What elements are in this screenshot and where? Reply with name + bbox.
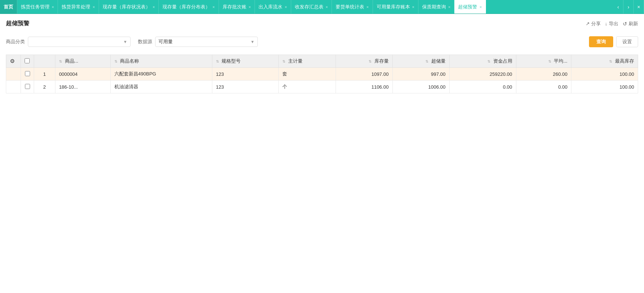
nav-home[interactable]: 首页	[0, 0, 17, 14]
sort-icon-stock: ⇅	[369, 59, 372, 63]
row-spec-1: 123	[212, 81, 279, 93]
table-header-row: ⚙ ⇅ 商品... ⇅ 商品名称 ⇅ 规格型号	[6, 55, 638, 68]
sort-icon-over: ⇅	[425, 59, 428, 63]
filter-row: 商品分类 ▼ 数据源 可用量 ▼ 查询 设置	[6, 33, 638, 50]
th-max[interactable]: ⇅ 最高库存	[571, 55, 638, 68]
tab-close-8[interactable]: ×	[412, 5, 414, 9]
top-navigation: 首页 拣货任务管理×拣货异常处理×现存量（库存状况表）×现存量（库存分布表）×库…	[0, 0, 644, 14]
tab-close-4[interactable]: ×	[249, 5, 251, 9]
row-spec-0: 123	[212, 68, 279, 81]
nav-tab-5[interactable]: 出入库流水×	[255, 0, 291, 14]
table-row: 2 186-10... 机油滤清器 123 个 1106.00 1006.00 …	[6, 81, 638, 93]
nav-tab-3[interactable]: 现存量（库存分布表）×	[159, 0, 219, 14]
table-row: 1 0000004 六配套新昌490BPG 123 套 1097.00 997.…	[6, 68, 638, 81]
row-checkbox-1[interactable]	[25, 84, 30, 89]
row-capital-0: 259220.00	[449, 68, 516, 81]
share-button[interactable]: ↗ 分享	[586, 21, 601, 27]
query-button[interactable]: 查询	[589, 36, 613, 47]
nav-tab-1[interactable]: 拣货异常处理×	[58, 0, 99, 14]
header-actions: ↗ 分享 ↓ 导出 ↺ 刷新	[586, 21, 638, 27]
filter-actions: 查询 设置	[589, 36, 638, 47]
row-max-0: 100.00	[571, 68, 638, 81]
sort-icon-capital: ⇅	[487, 59, 490, 63]
nav-tab-2[interactable]: 现存量（库存状况表）×	[99, 0, 159, 14]
row-gear-cell	[6, 81, 21, 93]
th-avg[interactable]: ⇅ 平均...	[516, 55, 571, 68]
sort-icon-avg: ⇅	[548, 59, 551, 63]
category-arrow-icon: ▼	[123, 40, 127, 44]
nav-tab-9[interactable]: 保质期查询×	[418, 0, 454, 14]
th-num	[34, 55, 55, 68]
row-gear-cell	[6, 68, 21, 81]
th-capital[interactable]: ⇅ 资金占用	[449, 55, 516, 68]
row-checkbox-0[interactable]	[25, 71, 30, 76]
tab-close-2[interactable]: ×	[153, 5, 155, 9]
row-unit-1: 个	[279, 81, 336, 93]
nav-tab-7[interactable]: 要货单统计表×	[332, 0, 373, 14]
datasource-select[interactable]: 可用量 ▼	[155, 37, 258, 47]
row-name-1: 机油滤清器	[110, 81, 212, 93]
th-stock[interactable]: ⇅ 库存量	[336, 55, 392, 68]
row-stock-0: 1097.00	[336, 68, 392, 81]
sort-icon-unit: ⇅	[282, 59, 285, 63]
gear-icon: ⚙	[10, 58, 15, 64]
sort-icon-name: ⇅	[114, 59, 117, 63]
row-code-0: 0000004	[55, 68, 110, 81]
data-table: ⚙ ⇅ 商品... ⇅ 商品名称 ⇅ 规格型号	[6, 55, 638, 93]
nav-tab-10[interactable]: 超储预警×	[454, 0, 486, 14]
row-num-0: 1	[34, 68, 55, 81]
row-avg-0: 260.00	[516, 68, 571, 81]
th-unit[interactable]: ⇅ 主计量	[279, 55, 336, 68]
nav-arrow-left[interactable]: ‹	[613, 0, 623, 14]
tab-close-0[interactable]: ×	[52, 5, 54, 9]
datasource-value: 可用量	[158, 38, 173, 45]
row-avg-1: 0.00	[516, 81, 571, 93]
row-over-1: 1006.00	[392, 81, 449, 93]
export-icon: ↓	[605, 21, 608, 26]
tab-close-10[interactable]: ×	[479, 5, 482, 9]
datasource-filter: 数据源 可用量 ▼	[138, 37, 258, 47]
row-max-1: 100.00	[571, 81, 638, 93]
refresh-button[interactable]: ↺ 刷新	[623, 21, 638, 27]
refresh-icon: ↺	[623, 21, 627, 27]
th-spec[interactable]: ⇅ 规格型号	[212, 55, 279, 68]
nav-tab-4[interactable]: 库存批次账×	[219, 0, 255, 14]
row-code-1: 186-10...	[55, 81, 110, 93]
tab-close-7[interactable]: ×	[366, 5, 369, 9]
category-label: 商品分类	[6, 38, 25, 45]
tab-close-6[interactable]: ×	[326, 5, 328, 9]
tab-close-5[interactable]: ×	[285, 5, 287, 9]
nav-arrow-right[interactable]: ›	[623, 0, 634, 14]
th-code[interactable]: ⇅ 商品...	[55, 55, 110, 68]
category-select[interactable]: ▼	[28, 37, 131, 47]
tab-close-3[interactable]: ×	[212, 5, 215, 9]
sort-icon-code: ⇅	[59, 59, 62, 63]
tab-close-9[interactable]: ×	[448, 5, 450, 9]
row-checkbox-cell[interactable]	[21, 68, 34, 81]
export-button[interactable]: ↓ 导出	[605, 21, 619, 27]
row-stock-1: 1106.00	[336, 81, 392, 93]
category-value	[31, 38, 36, 45]
page-header: 超储预警 ↗ 分享 ↓ 导出 ↺ 刷新	[6, 20, 638, 27]
row-checkbox-cell[interactable]	[21, 81, 34, 93]
row-num-1: 2	[34, 81, 55, 93]
th-gear[interactable]: ⚙	[6, 55, 21, 68]
row-capital-1: 0.00	[449, 81, 516, 93]
tab-close-1[interactable]: ×	[92, 5, 95, 9]
settings-button[interactable]: 设置	[616, 36, 638, 47]
nav-tab-0[interactable]: 拣货任务管理×	[17, 0, 58, 14]
select-all-checkbox[interactable]	[25, 58, 30, 63]
row-unit-0: 套	[279, 68, 336, 81]
row-name-0: 六配套新昌490BPG	[110, 68, 212, 81]
th-over[interactable]: ⇅ 超储量	[392, 55, 449, 68]
sort-icon-max: ⇅	[609, 59, 612, 63]
sort-icon-spec: ⇅	[216, 59, 219, 63]
category-filter: 商品分类 ▼	[6, 37, 131, 47]
nav-tab-6[interactable]: 收发存汇总表×	[291, 0, 332, 14]
th-name[interactable]: ⇅ 商品名称	[110, 55, 212, 68]
nav-tab-8[interactable]: 可用量库存账本×	[373, 0, 418, 14]
share-icon: ↗	[586, 21, 590, 26]
row-over-0: 997.00	[392, 68, 449, 81]
th-checkbox[interactable]	[21, 55, 34, 68]
nav-close-all[interactable]: ×	[634, 0, 644, 14]
